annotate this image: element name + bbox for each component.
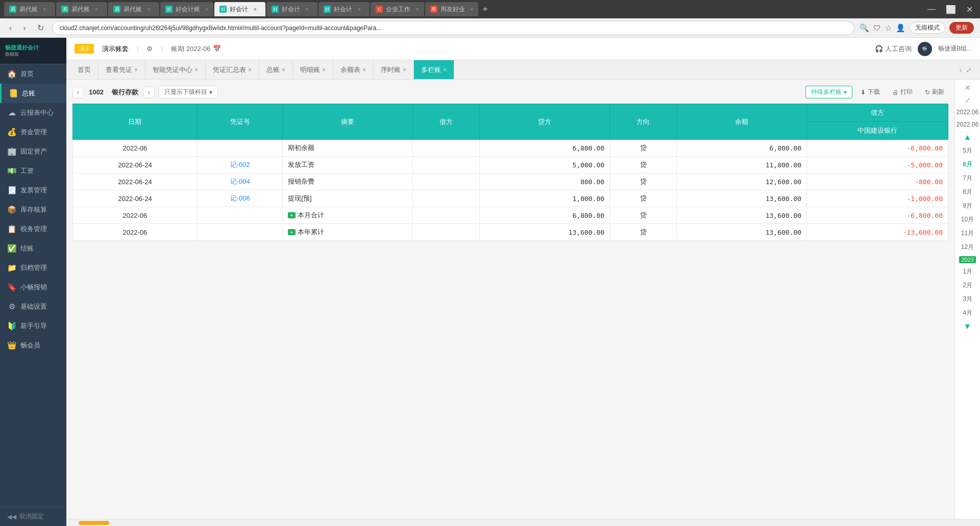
sidebar-item-archive[interactable]: 📁 归档管理 <box>0 258 66 278</box>
filter-dropdown[interactable]: 只显示下级科目 ▾ <box>159 86 218 98</box>
sidebar-item-home[interactable]: 🏠 首页 <box>0 64 66 84</box>
new-tab-button[interactable]: + <box>479 4 491 15</box>
horizontal-scrollbar[interactable] <box>66 519 980 526</box>
timeline-expand-btn[interactable]: ⤢ <box>963 94 973 106</box>
refresh-btn[interactable]: ↻ 刷新 <box>921 86 948 98</box>
page-tab-close-4[interactable]: × <box>282 66 285 73</box>
timeline-month-item[interactable]: 6月 <box>959 158 975 171</box>
timeline-month-item[interactable]: 7月 <box>959 171 975 185</box>
page-tab-detail-ledger[interactable]: 明细账 × <box>293 60 333 80</box>
page-tab-home[interactable]: 首页 <box>70 60 99 80</box>
prev-account-btn[interactable]: ‹ <box>72 87 84 98</box>
browser-tab-2[interactable]: 易 易代账 × <box>108 2 159 16</box>
star-icon[interactable]: ☆ <box>885 23 892 33</box>
sidebar-item-invoice[interactable]: 🧾 发票管理 <box>0 181 66 200</box>
tab-close-5[interactable]: × <box>305 6 308 12</box>
sidebar-item-close[interactable]: ✅ 结账 <box>0 239 66 258</box>
sidebar-cancel-fixed[interactable]: ◀◀ 取消固定 <box>0 507 66 526</box>
page-tab-close-8[interactable]: × <box>443 66 447 73</box>
timeline-month-item[interactable]: 1月 <box>959 265 975 279</box>
tab-close-7[interactable]: × <box>415 6 419 12</box>
restore-button[interactable]: ⬜ <box>943 4 959 15</box>
page-tab-close-5[interactable]: × <box>322 66 326 73</box>
timeline-scroll-down[interactable]: ▼ <box>962 320 974 333</box>
browser-tab-0[interactable]: 易 易代账 × <box>4 2 55 16</box>
browser-tab-4[interactable]: 好 好会计 × <box>214 2 265 16</box>
timeline-month-item[interactable]: 11月 <box>959 227 975 240</box>
sidebar-item-member[interactable]: 👑 畅会员 <box>0 336 66 355</box>
tab-close-1[interactable]: × <box>95 6 98 12</box>
back-button[interactable]: ‹ <box>6 22 15 34</box>
reload-button[interactable]: ↻ <box>34 22 47 34</box>
page-tab-close-3[interactable]: × <box>248 66 252 73</box>
search-icon[interactable]: 🔍 <box>860 23 869 33</box>
next-account-btn[interactable]: › <box>143 87 155 98</box>
page-tab-journal[interactable]: 序时账 × <box>374 60 414 80</box>
sidebar-item-expense[interactable]: 🔖 小畅报销 <box>0 278 66 297</box>
sidebar-item-tax[interactable]: 📋 税务管理 <box>0 219 66 239</box>
download-btn[interactable]: ⬇ 下载 <box>856 86 884 98</box>
page-tab-smart-voucher[interactable]: 智能凭证中心 × <box>145 60 206 80</box>
page-tab-close-2[interactable]: × <box>194 66 198 73</box>
tab-collapse-btn[interactable]: › ⤢ <box>955 66 976 74</box>
timeline-close-btn[interactable]: ✕ <box>963 82 973 94</box>
sidebar-item-assets[interactable]: 🏢 固定资产 <box>0 142 66 161</box>
browser-tab-6[interactable]: 好 好会计 × <box>318 2 370 16</box>
timeline-scroll-up[interactable]: ▲ <box>962 131 974 144</box>
timeline-month-item[interactable]: 9月 <box>959 199 975 213</box>
page-tab-multi-column[interactable]: 多栏账 × <box>414 60 454 80</box>
special-multi-col-btn[interactable]: 特殊多栏账 ▾ <box>805 86 852 98</box>
page-tab-balance[interactable]: 余额表 × <box>333 60 374 80</box>
sidebar-item-settings[interactable]: ⚙ 基础设置 <box>0 297 66 316</box>
timeline-month-item[interactable]: 3月 <box>959 292 975 306</box>
voucher-link[interactable]: 记-004 <box>230 178 250 185</box>
browser-tab-3[interactable]: 好 好会计账 × <box>160 2 213 16</box>
page-tab-view-voucher[interactable]: 查看凭证 × <box>99 60 145 80</box>
tab-close-4[interactable]: × <box>253 6 256 12</box>
tab-close-0[interactable]: × <box>43 6 46 12</box>
voucher-link[interactable]: 记-006 <box>230 194 250 202</box>
service-btn[interactable]: 🎧 人工咨询 <box>875 44 912 54</box>
tab-close-8[interactable]: × <box>470 6 473 12</box>
timeline-date-1[interactable]: 2022.06 <box>955 106 980 118</box>
timeline-month-item[interactable]: 8月 <box>959 185 975 199</box>
sidebar-item-ledger[interactable]: 📒 总账 <box>0 84 66 103</box>
timeline-month-item[interactable]: 4月 <box>959 306 975 320</box>
user-avatar[interactable]: 畅 <box>918 42 932 56</box>
timeline-date-2[interactable]: 2022.06 <box>955 118 980 131</box>
browser-tab-5[interactable]: 好 好会计 × <box>266 2 317 16</box>
sidebar-item-reports[interactable]: ☁ 云报表中心 <box>0 103 66 122</box>
print-btn[interactable]: 🖨 打印 <box>888 86 917 98</box>
timeline-month-item[interactable]: 2月 <box>959 279 975 292</box>
tab-close-2[interactable]: × <box>147 6 150 12</box>
settings-header-btn[interactable]: ⚙ <box>146 45 153 53</box>
sidebar-item-inventory[interactable]: 📦 库存核算 <box>0 200 66 219</box>
page-tab-general-ledger[interactable]: 总账 × <box>259 60 293 80</box>
scroll-thumb[interactable] <box>79 521 109 525</box>
period-header[interactable]: 账期 2022-06 📅 <box>171 44 221 54</box>
sidebar-item-funds[interactable]: 💰 资金管理 <box>0 122 66 142</box>
forward-button[interactable]: › <box>20 22 29 34</box>
sidebar-item-salary[interactable]: 💵 工资 <box>0 161 66 181</box>
timeline-month-item[interactable]: 5月 <box>959 144 975 158</box>
page-tab-close-1[interactable]: × <box>134 66 138 73</box>
page-tab-close-6[interactable]: × <box>362 66 366 73</box>
timeline-month-item[interactable]: 12月 <box>959 240 975 254</box>
tab-close-6[interactable]: × <box>357 6 360 12</box>
browser-tab-1[interactable]: 易 易代账 × <box>56 2 107 16</box>
timeline-month-item[interactable]: 10月 <box>959 213 975 227</box>
page-tab-close-7[interactable]: × <box>403 66 406 73</box>
wuhen-mode-button[interactable]: 无痕模式 <box>910 22 945 34</box>
page-tab-voucher-summary[interactable]: 凭证汇总表 × <box>206 60 259 80</box>
browser-tab-7[interactable]: C 企业工作 × <box>371 2 424 16</box>
update-button[interactable]: 更新 <box>949 22 974 34</box>
year-2023-badge[interactable]: 2023 <box>959 254 975 265</box>
address-input[interactable] <box>52 21 854 35</box>
browser-tab-8[interactable]: 用 用友好业 × <box>425 2 478 16</box>
sidebar-item-guide[interactable]: 🔰 新手引导 <box>0 316 66 336</box>
voucher-link[interactable]: 记-002 <box>230 161 250 168</box>
profile-icon[interactable]: 👤 <box>896 23 905 33</box>
minimize-button[interactable]: — <box>924 4 939 15</box>
close-button[interactable]: ✕ <box>963 4 976 15</box>
tab-close-3[interactable]: × <box>205 6 208 12</box>
